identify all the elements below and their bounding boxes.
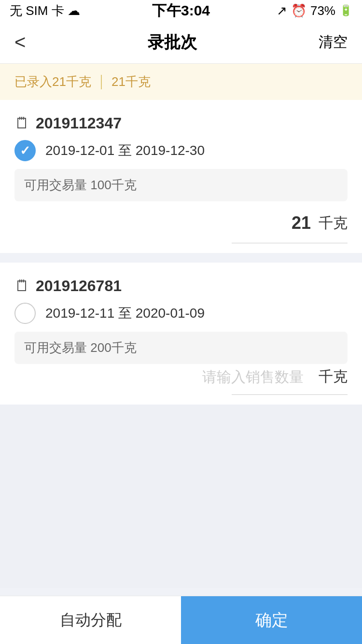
alarm-icon: ⏰: [291, 3, 306, 18]
batch-1-number: 2019112347: [36, 114, 122, 132]
auto-distribute-button[interactable]: 自动分配: [0, 596, 181, 644]
no-sim-text: 无 SIM 卡 ☁: [10, 2, 80, 19]
batch-1-header: 🗒 2019112347: [14, 114, 348, 132]
battery-text: 73%: [310, 3, 335, 18]
batch-1-radio[interactable]: [14, 140, 36, 161]
batch-1-date: 2019-12-01 至 2019-12-30: [45, 141, 205, 160]
page-title: 录批次: [148, 31, 197, 54]
status-left: 无 SIM 卡 ☁: [10, 2, 80, 19]
location-icon: ↗: [277, 3, 287, 18]
batch-1-available: 可用交易量 100千克: [14, 169, 348, 201]
status-right: ↗ ⏰ 73% 🔋: [277, 3, 352, 18]
batch-2-radio[interactable]: [14, 303, 36, 324]
recorded-amount: 已录入21千克: [14, 73, 91, 90]
batch-1-underline: [232, 243, 348, 243]
batch-2-underline: [232, 394, 348, 395]
batch-card-2: 🗒 2019126781 2019-12-11 至 2020-01-09 可用交…: [0, 263, 362, 405]
batch-2-available: 可用交易量 200千克: [14, 332, 348, 364]
status-time: 下午3:04: [152, 1, 210, 21]
confirm-button[interactable]: 确定: [181, 596, 362, 644]
batch-2-unit: 千克: [319, 367, 348, 387]
banner-divider: [101, 75, 102, 89]
batch-1-icon: 🗒: [14, 114, 30, 132]
total-amount: 21千克: [111, 73, 151, 90]
batch-2-number: 2019126781: [36, 277, 122, 295]
bottom-bar: 自动分配 确定: [0, 596, 362, 644]
batch-2-input-row: 千克: [14, 364, 348, 394]
card-separator: [0, 253, 362, 263]
batch-2-header: 🗒 2019126781: [14, 277, 348, 295]
back-button[interactable]: <: [14, 31, 26, 53]
batch-1-row: 2019-12-01 至 2019-12-30: [14, 140, 348, 161]
batch-1-amount-value: 21: [292, 213, 311, 233]
clear-button[interactable]: 清空: [319, 32, 348, 52]
batch-2-quantity-input[interactable]: [14, 369, 311, 385]
nav-bar: < 录批次 清空: [0, 21, 362, 64]
info-banner: 已录入21千克 21千克: [0, 64, 362, 100]
battery-icon: 🔋: [339, 4, 352, 17]
batch-card-1: 🗒 2019112347 2019-12-01 至 2019-12-30 可用交…: [0, 100, 362, 253]
empty-area: [0, 405, 362, 588]
status-bar: 无 SIM 卡 ☁ 下午3:04 ↗ ⏰ 73% 🔋: [0, 0, 362, 21]
batch-2-icon: 🗒: [14, 277, 30, 295]
batch-1-amount-unit: 千克: [319, 213, 348, 233]
batch-2-date: 2019-12-11 至 2020-01-09: [45, 304, 205, 322]
batch-1-amount-row: 21 千克: [14, 201, 348, 243]
batch-2-row: 2019-12-11 至 2020-01-09: [14, 303, 348, 324]
